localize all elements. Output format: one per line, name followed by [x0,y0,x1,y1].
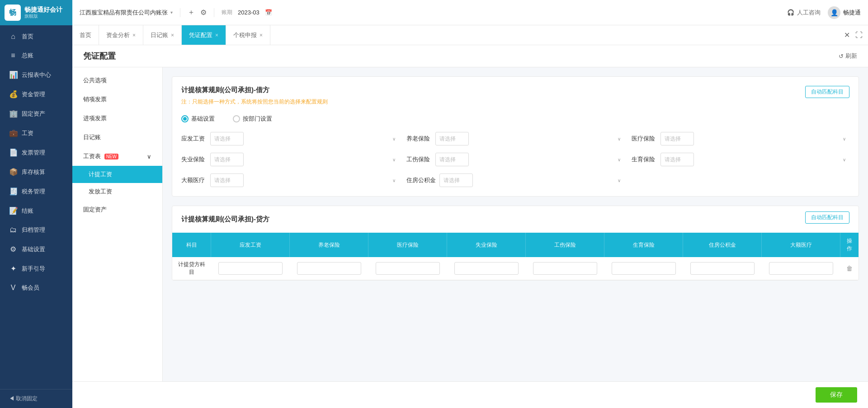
sidebar-footer[interactable]: ◀ 取消固定 [0,389,72,408]
housing-fund-select-wrapper: 请选择 [439,174,624,187]
delete-row-button[interactable]: 🗑 [846,265,853,272]
sidebar-item-settings[interactable]: ⚙ 基础设置 [0,239,72,259]
tab-voucher[interactable]: 凭证配置 × [182,25,226,45]
close-tab-journal[interactable]: × [171,32,174,38]
sidebar-item-reports[interactable]: 📊 云报表中心 [0,65,72,84]
td-large-medical-input[interactable] [769,262,833,275]
tab-fund[interactable]: 资金分析 × [99,25,143,45]
sidebar-item-assets[interactable]: 🏢 固定资产 [0,104,72,123]
sidebar-item-label: 归档管理 [22,226,45,234]
payroll-pay-label: 发放工资 [89,188,112,195]
large-medical-select[interactable]: 请选择 [210,174,244,187]
sidebar-item-archive[interactable]: 🗂 归档管理 [0,220,72,239]
sidebar-item-inventory[interactable]: 📦 库存核算 [0,162,72,182]
left-menu-purchase[interactable]: 进项发票 [72,109,162,128]
pension-select[interactable]: 请选择 [435,132,469,145]
maternity-select[interactable]: 请选择 [660,153,694,166]
td-unemployment-input-cell [447,257,526,280]
sidebar-item-salary[interactable]: 💼 工资 [0,123,72,143]
left-menu-payroll-table[interactable]: 工资表 NEW ∨ [72,147,162,166]
left-menu-payroll-calc[interactable]: 计提工资 [72,166,162,183]
radio-basic-circle [181,115,189,122]
tab-voucher-label: 凭证配置 [189,31,212,39]
form-item-maternity: 生育保险 请选择 [632,153,849,166]
sidebar-item-guide[interactable]: ✦ 新手引导 [0,259,72,278]
sidebar-item-vip[interactable]: V 畅会员 [0,278,72,297]
headset-icon: 🎧 [787,9,794,16]
left-menu-public[interactable]: 公共选项 [72,71,162,90]
th-unemployment: 失业保险 [447,233,526,257]
left-menu-sales[interactable]: 销项发票 [72,90,162,109]
medical-select[interactable]: 请选择 [660,132,694,145]
purchase-label: 进项发票 [83,115,107,122]
wage-label: 应发工资 [181,135,207,143]
credit-section-title: 计提核算规则(公司承担)-贷方 [181,215,269,224]
left-menu-journal[interactable]: 日记账 [72,128,162,147]
td-injury-input[interactable] [533,262,597,275]
injury-select[interactable]: 请选择 [435,153,469,166]
calendar-icon[interactable]: 📅 [265,9,272,16]
th-wage: 应发工资 [211,233,290,257]
refresh-button[interactable]: ↺ 刷新 [839,52,857,60]
company-selector[interactable]: 江西服宝精品有限责任公司内账张 ▾ [80,9,173,17]
close-tab-tax[interactable]: × [259,32,263,38]
table-header-row: 科目 应发工资 养老保险 医疗保险 失业保险 工伤保险 生育保险 住房公积金 大… [172,233,859,257]
th-large-medical: 大额医疗 [762,233,840,257]
tab-tax[interactable]: 个税申报 × [226,25,270,45]
payroll-table-label: 工资表 NEW [83,152,118,160]
topbar-divider-1 [180,8,180,17]
maximize-icon[interactable]: ⛶ [855,31,863,39]
tab-journal[interactable]: 日记账 × [143,25,182,45]
radio-basic[interactable]: 基础设置 [181,115,215,123]
auto-match-debit-button[interactable]: 自动匹配科目 [805,86,849,98]
pension-label: 养老保险 [406,135,432,143]
sidebar-item-tax[interactable]: 🧾 税务管理 [0,182,72,201]
radio-department[interactable]: 按部门设置 [233,115,272,123]
left-menu-payroll-pay[interactable]: 发放工资 [72,183,162,200]
left-menu-fixed[interactable]: 固定资产 [72,200,162,219]
sidebar-item-label: 库存核算 [22,168,45,176]
settings-button[interactable]: ⚙ [200,8,207,17]
sidebar-item-label: 云报表中心 [22,71,51,79]
sidebar-item-home[interactable]: ⌂ 首页 [0,27,72,46]
td-housing-input[interactable] [690,262,755,275]
sidebar-item-invoice[interactable]: 📄 发票管理 [0,143,72,162]
credit-section: 计提核算规则(公司承担)-贷方 自动匹配科目 科目 应发工资 养老保险 医疗保险… [172,206,859,281]
th-housing: 住房公积金 [683,233,762,257]
user-name: 畅捷通 [843,9,861,17]
th-maternity: 生育保险 [604,233,683,257]
unemployment-select[interactable]: 请选择 [210,153,244,166]
salary-icon: 💼 [9,129,17,137]
save-bar: 保存 [72,381,868,408]
support-button[interactable]: 🎧 人工咨询 [787,9,821,17]
td-action-cell: 🗑 [840,257,859,280]
topbar: 江西服宝精品有限责任公司内账张 ▾ ＋ ⚙ 账期 2023-03 📅 🎧 人工咨… [72,0,868,25]
sidebar-item-fund[interactable]: 💰 资金管理 [0,84,72,104]
td-pension-input[interactable] [297,262,361,275]
guide-icon: ✦ [9,264,17,273]
form-item-wage: 应发工资 请选择 [181,132,399,145]
td-maternity-input[interactable] [612,262,676,275]
unemployment-label: 失业保险 [181,155,207,164]
housing-fund-select[interactable]: 请选择 [439,174,473,187]
tab-home[interactable]: 首页 [72,25,99,45]
add-account-button[interactable]: ＋ [188,8,195,17]
user-info[interactable]: 👤 畅捷通 [828,6,861,19]
left-menu: 公共选项 销项发票 进项发票 日记账 工资表 NEW ∨ [72,67,163,408]
td-medical-input[interactable] [376,262,440,275]
td-wage-input[interactable] [218,262,283,275]
sidebar-item-label: 新手引导 [22,265,45,273]
auto-match-credit-button[interactable]: 自动匹配科目 [805,211,849,224]
sidebar-item-ledger[interactable]: ≡ 总账 [0,46,72,65]
large-medical-select-wrapper: 请选择 [210,174,399,187]
sidebar-item-label: 首页 [22,33,33,41]
save-button[interactable]: 保存 [816,387,857,403]
sidebar-item-settlement[interactable]: 📝 结账 [0,201,72,220]
close-tab-voucher[interactable]: × [215,32,218,38]
sidebar-item-label: 基础设置 [22,245,45,253]
close-tab-fund[interactable]: × [132,32,136,38]
wage-select[interactable]: 请选择 [210,132,244,145]
close-all-icon[interactable]: ✕ [844,31,850,39]
td-unemployment-input[interactable] [454,262,519,275]
unpin-label: ◀ 取消固定 [9,395,38,403]
